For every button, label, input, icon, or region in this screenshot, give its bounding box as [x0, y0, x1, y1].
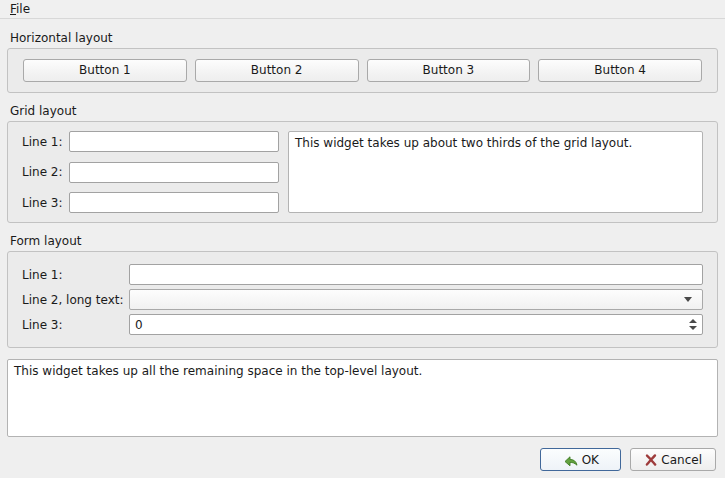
form-line1-input[interactable]	[129, 264, 703, 285]
grid-left-column: Line 1: Line 2: Line 3:	[22, 131, 279, 213]
form-line3-spinbox[interactable]	[129, 314, 703, 335]
button-3[interactable]: Button 3	[367, 59, 531, 82]
button-2[interactable]: Button 2	[195, 59, 359, 82]
grid-line1-input[interactable]	[69, 131, 279, 152]
grid-line1-label: Line 1:	[22, 135, 69, 149]
grid-line2-input[interactable]	[69, 162, 279, 183]
menu-bar: File	[0, 0, 725, 19]
grid-text-edit[interactable]: This widget takes up about two thirds of…	[288, 131, 703, 213]
menu-item-file[interactable]: File	[4, 1, 36, 18]
spin-down-icon[interactable]	[689, 326, 697, 330]
bottom-text-edit[interactable]: This widget takes up all the remaining s…	[7, 359, 718, 437]
cancel-red-cross-icon	[644, 453, 658, 467]
ok-button-label: OK	[582, 453, 599, 467]
dialog-content: Horizontal layout Button 1 Button 2 Butt…	[0, 31, 725, 471]
form-line2-label: Line 2, long text:	[22, 293, 129, 307]
dialog-button-row: OK Cancel	[7, 448, 718, 471]
spin-up-icon[interactable]	[689, 319, 697, 323]
ok-green-arrow-icon	[563, 452, 579, 468]
form-line1-label: Line 1:	[22, 268, 129, 282]
form-group-title: Form layout	[10, 234, 718, 248]
form-row-1: Line 1:	[22, 264, 703, 285]
grid-line2-label: Line 2:	[22, 165, 69, 179]
grid-row-1: Line 1:	[22, 131, 279, 152]
form-line2-combobox[interactable]	[129, 289, 703, 310]
grid-line3-input[interactable]	[69, 192, 279, 213]
ok-button[interactable]: OK	[540, 448, 621, 471]
grid-row-3: Line 3:	[22, 192, 279, 213]
horizontal-group-box: Button 1 Button 2 Button 3 Button 4	[7, 48, 718, 93]
spinbox-buttons	[685, 315, 700, 334]
chevron-down-icon	[684, 297, 692, 302]
form-row-3: Line 3:	[22, 314, 703, 335]
grid-row-2: Line 2:	[22, 162, 279, 183]
cancel-button-label: Cancel	[661, 453, 702, 467]
grid-group-box: Line 1: Line 2: Line 3: This widget take…	[7, 121, 718, 223]
grid-line3-label: Line 3:	[22, 196, 69, 210]
button-4[interactable]: Button 4	[538, 59, 702, 82]
grid-group-title: Grid layout	[10, 104, 718, 118]
cancel-button[interactable]: Cancel	[630, 448, 716, 471]
button-1[interactable]: Button 1	[23, 59, 187, 82]
form-line3-label: Line 3:	[22, 318, 129, 332]
form-row-2: Line 2, long text:	[22, 289, 703, 310]
app-window: File Horizontal layout Button 1 Button 2…	[0, 0, 725, 471]
spinbox-input[interactable]	[130, 318, 682, 332]
form-group-box: Line 1: Line 2, long text: Line 3:	[7, 251, 718, 348]
horizontal-group-title: Horizontal layout	[10, 31, 718, 45]
